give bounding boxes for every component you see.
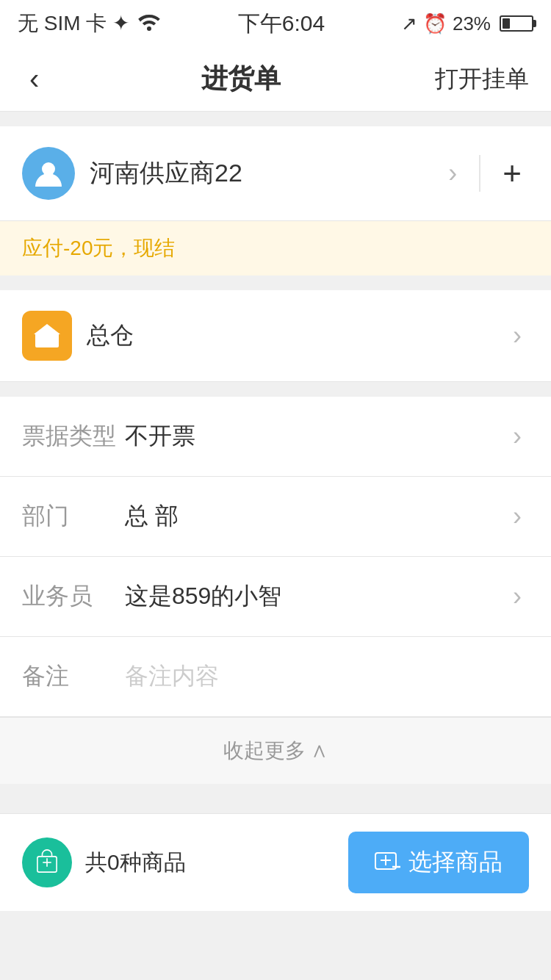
invoice-type-row[interactable]: 票据类型 不开票 › [0,397,551,477]
notice-bar: 应付-20元，现结 [0,221,551,275]
location-icon: ↗ [401,12,417,35]
department-value: 总 部 [125,500,513,533]
status-right: ↗ ⏰ 23% [401,12,533,35]
collapse-button[interactable]: 收起更多 ∧ [0,717,551,784]
svg-rect-2 [43,339,51,347]
alarm-icon: ⏰ [423,12,447,35]
supplier-section: 河南供应商22 › + 应付-20元，现结 [0,126,551,275]
bottom-bar: 共0种商品 选择商品 [0,813,551,911]
status-left: 无 SIM 卡 ✦ [18,10,162,37]
department-row[interactable]: 部门 总 部 › [0,477,551,557]
invoice-type-value: 不开票 [125,420,513,453]
product-icon [22,837,72,887]
divider [479,155,480,192]
warehouse-name: 总仓 [87,320,513,352]
salesperson-label: 业务员 [22,580,125,613]
supplier-name: 河南供应商22 [90,156,448,190]
warehouse-icon [22,311,72,361]
gap-4 [0,784,551,799]
warehouse-row[interactable]: 总仓 › [0,290,551,382]
product-count: 共0种商品 [85,848,348,878]
select-product-button[interactable]: 选择商品 [348,832,529,893]
remark-row[interactable]: 备注 备注内容 [0,637,551,717]
gap-3 [0,382,551,397]
salesperson-chevron-icon: › [513,581,522,612]
add-supplier-button[interactable]: + [495,155,529,192]
supplier-chevron-icon: › [448,158,457,189]
gap-2 [0,275,551,290]
invoice-type-label: 票据类型 [22,420,125,453]
battery-icon [500,15,533,32]
back-button[interactable]: ‹ [22,55,46,103]
gap-1 [0,112,551,126]
invoice-type-chevron-icon: › [513,421,522,452]
remark-placeholder: 备注内容 [125,660,529,693]
open-pending-button[interactable]: 打开挂单 [435,63,529,96]
form-section: 票据类型 不开票 › 部门 总 部 › 业务员 这是859的小智 › 备注 备注… [0,397,551,784]
status-time: 下午6:04 [238,9,325,39]
select-btn-label: 选择商品 [408,846,503,879]
status-bar: 无 SIM 卡 ✦ 下午6:04 ↗ ⏰ 23% [0,0,551,47]
remark-label: 备注 [22,660,125,693]
no-sim-label: 无 SIM 卡 ✦ [18,10,129,37]
supplier-row[interactable]: 河南供应商22 › + [0,126,551,221]
salesperson-value: 这是859的小智 [125,580,513,613]
department-chevron-icon: › [513,501,522,532]
nav-bar: ‹ 进货单 打开挂单 [0,47,551,112]
wifi-icon [137,12,162,36]
battery-percentage: 23% [453,12,491,35]
warehouse-chevron-icon: › [513,320,522,351]
page-title: 进货单 [201,61,281,97]
supplier-avatar [22,147,75,200]
warehouse-section: 总仓 › [0,290,551,382]
department-label: 部门 [22,500,125,533]
salesperson-row[interactable]: 业务员 这是859的小智 › [0,557,551,637]
